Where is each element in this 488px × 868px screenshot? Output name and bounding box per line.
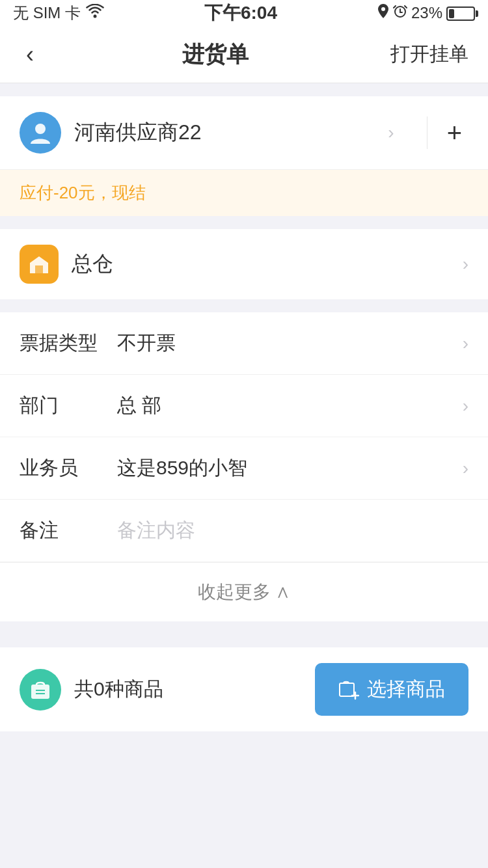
status-bar: 无 SIM 卡 下午6:04	[0, 0, 488, 26]
salesman-chevron-icon: ›	[463, 458, 468, 479]
notice-text: 应付-20元，现结	[20, 183, 146, 202]
supplier-row[interactable]: 河南供应商22 › +	[0, 96, 488, 170]
open-hang-button[interactable]: 打开挂单	[390, 41, 468, 68]
section-gap-2	[0, 216, 488, 229]
salesman-row[interactable]: 业务员 这是859的小智 ›	[0, 437, 488, 500]
remark-row[interactable]: 备注 备注内容	[0, 500, 488, 562]
select-product-label: 选择商品	[367, 676, 445, 703]
add-supplier-button[interactable]: +	[441, 118, 468, 148]
location-icon	[377, 4, 389, 22]
carrier-label: 无 SIM 卡	[13, 3, 81, 23]
supplier-name: 河南供应商22	[74, 118, 388, 147]
svg-point-0	[94, 15, 97, 18]
select-product-button[interactable]: 选择商品	[315, 663, 468, 716]
svg-rect-10	[340, 683, 354, 696]
svg-point-5	[35, 124, 46, 134]
product-count-icon-wrap	[20, 669, 61, 711]
supplier-chevron-icon: ›	[388, 122, 394, 143]
bottom-bar: 共0种商品 选择商品	[0, 647, 488, 731]
warehouse-chevron-icon: ›	[463, 254, 468, 275]
status-left: 无 SIM 卡	[13, 3, 104, 23]
supplier-section: 河南供应商22 › + 应付-20元，现结	[0, 96, 488, 216]
page-bottom	[0, 731, 488, 868]
notice-banner: 应付-20元，现结	[0, 170, 488, 216]
collapse-toggle[interactable]: 收起更多 ∧	[0, 562, 488, 621]
svg-point-1	[381, 7, 385, 11]
dept-row[interactable]: 部门 总 部 ›	[0, 375, 488, 437]
status-right: 23%	[377, 4, 475, 22]
invoice-chevron-icon: ›	[463, 333, 468, 354]
remark-input[interactable]: 备注内容	[98, 517, 468, 544]
dept-value: 总 部	[98, 392, 463, 419]
salesman-value: 这是859的小智	[98, 455, 463, 481]
wifi-icon	[86, 4, 104, 22]
remark-label: 备注	[20, 517, 98, 544]
dept-chevron-icon: ›	[463, 396, 468, 416]
svg-rect-6	[35, 265, 43, 273]
warehouse-icon-wrap	[20, 245, 59, 284]
invoice-type-label: 票据类型	[20, 330, 98, 357]
svg-rect-7	[31, 685, 49, 699]
warehouse-name: 总仓	[72, 250, 463, 278]
supplier-avatar	[20, 112, 61, 154]
alarm-icon	[393, 4, 407, 22]
product-count-text: 共0种商品	[74, 676, 302, 703]
battery-icon	[446, 4, 475, 22]
form-section: 票据类型 不开票 › 部门 总 部 › 业务员 这是859的小智 › 备注 备注…	[0, 312, 488, 621]
battery-percent: 23%	[411, 4, 442, 22]
back-button[interactable]: ‹	[20, 34, 40, 75]
invoice-type-row[interactable]: 票据类型 不开票 ›	[0, 312, 488, 375]
section-gap-3	[0, 621, 488, 634]
warehouse-row[interactable]: 总仓 ›	[0, 229, 488, 299]
invoice-type-value: 不开票	[98, 330, 463, 357]
section-gap-1	[0, 83, 488, 96]
vertical-divider	[427, 116, 427, 149]
nav-bar: ‹ 进货单 打开挂单	[0, 26, 488, 83]
dept-label: 部门	[20, 392, 98, 419]
status-time: 下午6:04	[204, 1, 277, 25]
page-title: 进货单	[182, 40, 249, 70]
salesman-label: 业务员	[20, 455, 98, 481]
